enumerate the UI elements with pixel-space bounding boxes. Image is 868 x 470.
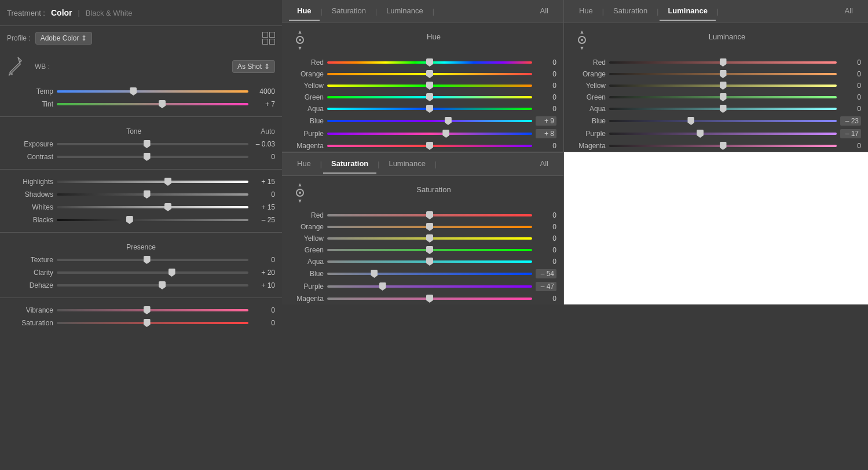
slider-track-magenta[interactable] — [327, 145, 532, 147]
dehaze-thumb[interactable] — [159, 281, 166, 289]
target-icon-lum[interactable]: ▲ ▼ — [571, 25, 593, 54]
tab-all-sat-panel[interactable]: All — [532, 155, 556, 174]
slider-track-red[interactable] — [327, 214, 532, 216]
treatment-color[interactable]: Color — [51, 8, 72, 17]
sat-sliders: Red0Orange0Yellow0Green0Aqua0Blue– 54Pur… — [282, 210, 563, 304]
wb-select[interactable]: As Shot ⇕ — [232, 60, 275, 73]
slider-thumb-magenta[interactable] — [426, 295, 433, 303]
exposure-thumb[interactable] — [144, 140, 151, 148]
slider-track-aqua[interactable] — [609, 108, 837, 110]
vibrance-track[interactable] — [57, 309, 248, 311]
slider-thumb-green[interactable] — [426, 93, 433, 101]
slider-track-yellow[interactable] — [609, 85, 837, 87]
slider-track-aqua[interactable] — [327, 260, 532, 263]
slider-track-green[interactable] — [327, 249, 532, 251]
slider-track-purple[interactable] — [327, 133, 532, 135]
slider-track-yellow[interactable] — [327, 237, 532, 240]
tab-saturation-hue-panel[interactable]: Saturation — [324, 2, 374, 21]
slider-thumb-yellow[interactable] — [426, 82, 433, 90]
slider-track-orange[interactable] — [327, 73, 532, 75]
grid-icon[interactable] — [262, 32, 275, 45]
tab-lum-lum-panel[interactable]: Luminance — [660, 2, 716, 21]
saturation-track[interactable] — [57, 322, 248, 324]
slider-track-purple[interactable] — [327, 285, 532, 288]
dehaze-track[interactable] — [57, 284, 248, 287]
slider-track-blue[interactable] — [609, 120, 837, 122]
slider-thumb-green[interactable] — [720, 93, 727, 101]
texture-track[interactable] — [57, 259, 248, 261]
shadows-thumb[interactable] — [144, 190, 151, 199]
tab-all-hue-panel[interactable]: All — [532, 2, 556, 21]
tab-lum-sat-panel[interactable]: Luminance — [380, 155, 434, 174]
tab-hue[interactable]: Hue — [289, 2, 320, 21]
tab-hue-lum-panel[interactable]: Hue — [571, 2, 601, 21]
treatment-bw[interactable]: Black & White — [86, 9, 133, 17]
whites-thumb[interactable] — [164, 203, 171, 211]
slider-row-orange: Orange0 — [282, 221, 563, 233]
tint-thumb[interactable] — [159, 100, 166, 108]
slider-track-orange[interactable] — [609, 73, 837, 75]
slider-track-orange[interactable] — [327, 226, 532, 228]
slider-thumb-magenta[interactable] — [720, 142, 727, 150]
temp-track[interactable] — [57, 90, 248, 93]
slider-track-red[interactable] — [327, 61, 532, 64]
texture-thumb[interactable] — [144, 256, 151, 264]
slider-thumb-orange[interactable] — [720, 70, 727, 78]
tint-track[interactable] — [57, 103, 248, 105]
slider-track-aqua[interactable] — [327, 108, 532, 110]
slider-thumb-red[interactable] — [426, 211, 433, 219]
slider-track-blue[interactable] — [327, 273, 532, 275]
tab-all-lum-panel[interactable]: All — [837, 2, 861, 21]
tab-hue-sat-panel[interactable]: Hue — [289, 155, 319, 174]
slider-thumb-magenta[interactable] — [426, 142, 433, 150]
tab-luminance-hue-panel[interactable]: Luminance — [378, 2, 431, 21]
tab-sat-lum-panel[interactable]: Saturation — [605, 2, 655, 21]
slider-thumb-purple[interactable] — [697, 130, 704, 138]
slider-thumb-orange[interactable] — [426, 70, 433, 78]
vibrance-thumb[interactable] — [144, 306, 151, 314]
auto-button[interactable]: Auto — [261, 127, 275, 135]
slider-track-purple[interactable] — [609, 133, 837, 135]
slider-thumb-purple[interactable] — [379, 282, 386, 291]
slider-thumb-orange[interactable] — [426, 223, 433, 231]
whites-track[interactable] — [57, 206, 248, 208]
blacks-track[interactable] — [57, 219, 248, 221]
highlights-thumb[interactable] — [164, 178, 171, 186]
slider-thumb-green[interactable] — [426, 246, 433, 254]
temp-thumb[interactable] — [130, 87, 137, 96]
slider-thumb-yellow[interactable] — [426, 234, 433, 243]
saturation-thumb[interactable] — [144, 319, 151, 327]
contrast-thumb[interactable] — [144, 153, 151, 161]
highlights-track[interactable] — [57, 181, 248, 183]
slider-thumb-purple[interactable] — [442, 130, 449, 138]
clarity-track[interactable] — [57, 271, 248, 274]
target-icon-hue[interactable]: ▲ ▼ — [289, 25, 311, 54]
tab-sat-sat-panel[interactable]: Saturation — [323, 155, 376, 174]
shadows-track[interactable] — [57, 193, 248, 196]
eyedropper-icon[interactable] — [7, 55, 24, 78]
slider-track-red[interactable] — [609, 61, 837, 64]
blacks-thumb[interactable] — [126, 216, 133, 224]
slider-track-green[interactable] — [609, 96, 837, 98]
slider-thumb-blue[interactable] — [445, 117, 452, 125]
profile-select[interactable]: Adobe Color ⇕ — [35, 32, 93, 45]
slider-track-magenta[interactable] — [609, 145, 837, 147]
tone-section: Tone Auto Exposure – 0.03 Contrast 0 — [0, 120, 282, 166]
slider-thumb-aqua[interactable] — [426, 105, 433, 113]
slider-thumb-blue[interactable] — [371, 270, 378, 278]
slider-thumb-yellow[interactable] — [720, 82, 727, 90]
clarity-thumb[interactable] — [169, 269, 175, 277]
slider-thumb-blue[interactable] — [687, 117, 694, 125]
exposure-track[interactable] — [57, 143, 248, 145]
slider-thumb-aqua[interactable] — [426, 258, 433, 266]
slider-thumb-red[interactable] — [720, 58, 727, 67]
target-icon-sat[interactable]: ▲ ▼ — [289, 178, 311, 207]
contrast-track[interactable] — [57, 156, 248, 158]
slider-track-blue[interactable] — [327, 120, 532, 122]
slider-track-magenta[interactable] — [327, 298, 532, 300]
slider-thumb-aqua[interactable] — [720, 105, 727, 113]
temp-label: Temp — [7, 87, 53, 96]
slider-thumb-red[interactable] — [426, 58, 433, 67]
slider-track-green[interactable] — [327, 96, 532, 98]
slider-track-yellow[interactable] — [327, 85, 532, 87]
